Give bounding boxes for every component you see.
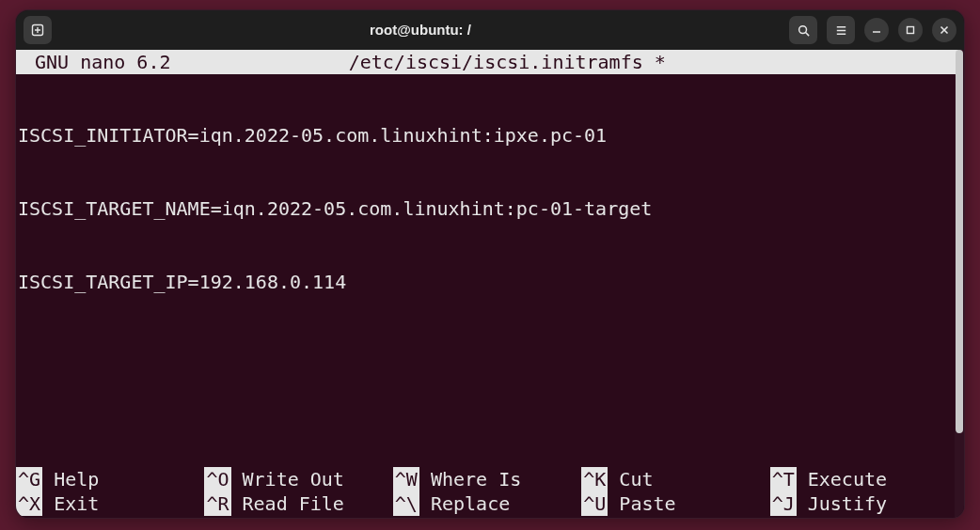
shortcut-help: ^G Help	[16, 467, 204, 491]
shortcut-key: ^X	[16, 491, 42, 516]
shortcut-label: Justify	[797, 491, 887, 516]
minimize-button[interactable]	[864, 18, 889, 42]
shortcut-key: ^W	[393, 467, 419, 491]
shortcut-row-2: ^X Exit ^R Read File ^\ Replace ^U Paste…	[16, 491, 958, 516]
search-button[interactable]	[789, 16, 817, 44]
editor-line: ISCSI_TARGET_NAME=iqn.2022-05.com.linuxh…	[18, 196, 956, 221]
window-title: root@ubuntu: /	[57, 21, 783, 39]
shortcut-key: ^U	[581, 491, 608, 516]
scrollbar[interactable]	[955, 50, 964, 518]
shortcut-key: ^\	[393, 491, 419, 516]
menu-button[interactable]	[827, 16, 855, 44]
shortcut-key: ^G	[16, 467, 42, 491]
close-button[interactable]	[932, 18, 956, 42]
shortcut-writeout: ^O Write Out	[204, 467, 392, 491]
editor-line: ISCSI_INITIATOR=iqn.2022-05.com.linuxhin…	[18, 123, 956, 148]
terminal-window: root@ubuntu: /	[15, 9, 965, 519]
shortcut-key: ^K	[581, 467, 608, 491]
shortcut-exit: ^X Exit	[16, 491, 204, 516]
shortcut-bar: ^G Help ^O Write Out ^W Where Is ^K Cut …	[16, 467, 958, 518]
shortcut-key: ^R	[204, 491, 230, 516]
close-icon	[939, 24, 950, 36]
scrollbar-thumb[interactable]	[956, 50, 963, 433]
shortcut-execute: ^T Execute	[770, 467, 958, 491]
shortcut-label: Exit	[42, 491, 99, 516]
shortcut-key: ^J	[770, 491, 797, 516]
terminal-body[interactable]: GNU nano 6.2 /etc/iscsi/iscsi.initramfs …	[16, 50, 964, 518]
shortcut-replace: ^\ Replace	[393, 491, 581, 516]
shortcut-label: Paste	[608, 491, 675, 516]
minimize-icon	[871, 24, 882, 36]
hamburger-icon	[834, 23, 848, 38]
shortcut-readfile: ^R Read File	[204, 491, 392, 516]
nano-header: GNU nano 6.2 /etc/iscsi/iscsi.initramfs …	[16, 50, 958, 74]
shortcut-label: Where Is	[419, 467, 521, 491]
shortcut-row-1: ^G Help ^O Write Out ^W Where Is ^K Cut …	[16, 467, 958, 491]
shortcut-label: Execute	[797, 467, 887, 491]
svg-point-3	[798, 25, 806, 33]
shortcut-justify: ^J Justify	[770, 491, 958, 516]
search-icon	[797, 23, 811, 38]
shortcut-cut: ^K Cut	[581, 467, 769, 491]
new-tab-button[interactable]	[24, 16, 52, 44]
shortcut-paste: ^U Paste	[581, 491, 769, 516]
shortcut-label: Cut	[608, 467, 653, 491]
svg-line-4	[805, 32, 809, 36]
shortcut-key: ^T	[770, 467, 797, 491]
shortcut-whereis: ^W Where Is	[393, 467, 581, 491]
shortcut-label: Read File	[231, 491, 344, 516]
maximize-icon	[905, 24, 916, 36]
titlebar: root@ubuntu: /	[16, 10, 964, 50]
new-tab-icon	[30, 23, 45, 38]
shortcut-label: Help	[42, 467, 99, 491]
svg-rect-9	[908, 27, 914, 34]
shortcut-label: Replace	[419, 491, 510, 516]
nano-file-name: /etc/iscsi/iscsi.initramfs *	[171, 50, 957, 74]
nano-app-name: GNU nano 6.2	[18, 50, 171, 74]
editor-content[interactable]: ISCSI_INITIATOR=iqn.2022-05.com.linuxhin…	[16, 74, 958, 467]
shortcut-key: ^O	[204, 467, 230, 491]
editor-line: ISCSI_TARGET_IP=192.168.0.114	[18, 270, 956, 294]
shortcut-label: Write Out	[231, 467, 344, 491]
maximize-button[interactable]	[898, 18, 923, 42]
